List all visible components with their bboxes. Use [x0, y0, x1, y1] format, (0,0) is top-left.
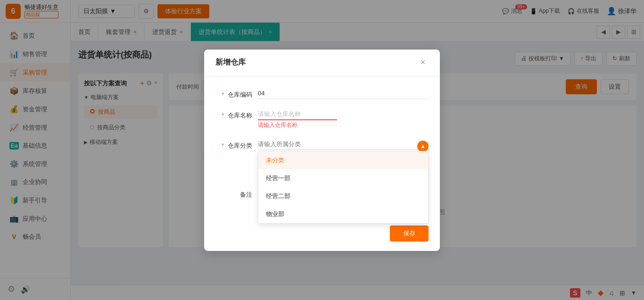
category-arrow-button[interactable]: ▲ — [417, 141, 429, 152]
category-row: * 仓库分类 ▲ 未分类 经营一部 经营二部 物业部 — [215, 139, 429, 150]
dialog-footer: 保存 — [204, 220, 440, 251]
code-input[interactable] — [258, 88, 429, 99]
category-select-wrapper: ▲ — [258, 139, 429, 150]
code-label: * 仓库编码 — [215, 88, 258, 99]
modal-overlay: 新增仓库 × * 仓库编码 * 仓库名称 — [0, 0, 644, 300]
dropdown-item-property[interactable]: 物业部 — [258, 205, 428, 223]
dropdown-item-ops1[interactable]: 经营一部 — [258, 169, 428, 187]
dialog-header: 新增仓库 × — [204, 50, 440, 76]
dropdown-item-uncategorized[interactable]: 未分类 — [258, 151, 428, 169]
dialog-body: * 仓库编码 * 仓库名称 请输入仓库名称 — [204, 76, 440, 220]
code-row: * 仓库编码 — [215, 88, 429, 99]
new-warehouse-dialog: 新增仓库 × * 仓库编码 * 仓库名称 — [204, 50, 440, 251]
category-dropdown: 未分类 经营一部 经营二部 物业部 — [258, 151, 429, 224]
save-button[interactable]: 保存 — [390, 225, 429, 242]
required-star: * — [222, 91, 224, 98]
note-label: 备注 — [215, 188, 258, 199]
name-input[interactable] — [258, 108, 337, 120]
category-label: * 仓库分类 — [215, 139, 258, 150]
required-star: * — [222, 112, 224, 119]
dialog-title: 新增仓库 — [215, 58, 246, 67]
chevron-up-icon: ▲ — [420, 143, 426, 150]
name-error-msg: 请输入仓库名称 — [258, 122, 297, 128]
dropdown-item-ops2[interactable]: 经营二部 — [258, 187, 428, 205]
name-row: * 仓库名称 请输入仓库名称 — [215, 108, 429, 129]
name-label: * 仓库名称 — [215, 108, 258, 120]
required-star: * — [222, 142, 224, 149]
dialog-close-button[interactable]: × — [417, 57, 429, 68]
category-input[interactable] — [258, 139, 429, 150]
